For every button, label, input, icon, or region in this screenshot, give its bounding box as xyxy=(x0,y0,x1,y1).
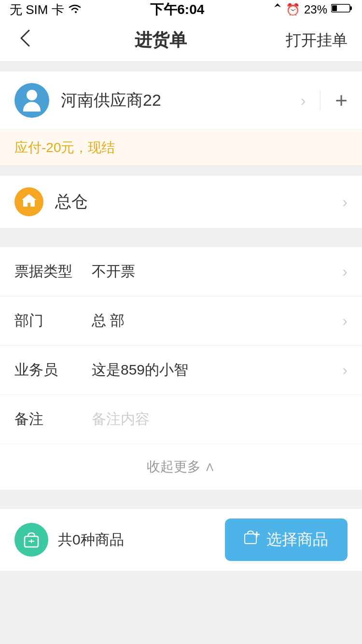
dept-label: 部门 xyxy=(14,311,77,331)
invoice-row[interactable]: 票据类型 不开票 › xyxy=(0,247,362,296)
alarm-icon: ⏰ xyxy=(286,3,300,16)
collapse-button[interactable]: 收起更多 ∧ xyxy=(0,444,362,490)
select-goods-label: 选择商品 xyxy=(266,529,328,550)
status-left: 无 SIM 卡 xyxy=(10,1,82,18)
section-gap-3 xyxy=(0,228,362,238)
sim-label: 无 SIM 卡 xyxy=(10,1,64,18)
add-supplier-button[interactable]: + xyxy=(335,90,348,111)
invoice-label: 票据类型 xyxy=(14,262,77,281)
supplier-name: 河南供应商22 xyxy=(61,89,301,112)
warehouse-section[interactable]: 总仓 › xyxy=(0,176,362,228)
remark-row[interactable]: 备注 备注内容 xyxy=(0,395,362,444)
warehouse-row[interactable]: 总仓 › xyxy=(0,176,362,228)
divider xyxy=(320,91,320,110)
section-gap-1 xyxy=(0,62,362,71)
bottom-bar: 共0种商品 选择商品 xyxy=(0,509,362,571)
remark-input[interactable]: 备注内容 xyxy=(77,409,348,429)
location-icon xyxy=(273,3,282,16)
supplier-avatar xyxy=(14,83,49,118)
dept-row[interactable]: 部门 总 部 › xyxy=(0,296,362,346)
svg-rect-1 xyxy=(350,6,352,10)
invoice-value: 不开票 xyxy=(77,262,342,281)
dept-chevron-icon: › xyxy=(342,312,348,330)
sales-label: 业务员 xyxy=(14,360,77,380)
status-time: 下午6:04 xyxy=(150,0,204,19)
sales-chevron-icon: › xyxy=(342,361,348,379)
supplier-row[interactable]: 河南供应商22 › + xyxy=(0,71,362,130)
svg-rect-6 xyxy=(245,534,256,544)
house-icon xyxy=(21,192,37,212)
wifi-icon xyxy=(68,2,82,17)
select-goods-button[interactable]: 选择商品 xyxy=(225,518,348,561)
sales-row[interactable]: 业务员 这是859的小智 › xyxy=(0,346,362,395)
supplier-section: 河南供应商22 › + 应付-20元，现结 xyxy=(0,71,362,166)
dept-value: 总 部 xyxy=(77,311,342,331)
select-goods-icon xyxy=(244,531,261,549)
supplier-row-right: › + xyxy=(301,90,348,111)
battery-text: 23% xyxy=(304,3,327,16)
sales-value: 这是859的小智 xyxy=(77,360,342,380)
status-bar: 无 SIM 卡 下午6:04 ⏰ 23% xyxy=(0,0,362,19)
notice-bar: 应付-20元，现结 xyxy=(0,130,362,166)
product-count: 共0种商品 xyxy=(58,530,215,550)
warehouse-icon xyxy=(14,187,43,216)
section-gap-2 xyxy=(0,166,362,176)
open-pending-button[interactable]: 打开挂单 xyxy=(286,30,348,51)
remark-label: 备注 xyxy=(14,409,77,429)
status-right: ⏰ 23% xyxy=(273,3,352,16)
warehouse-name: 总仓 xyxy=(55,191,342,213)
section-gap-4 xyxy=(0,490,362,499)
nav-bar: 进货单 打开挂单 xyxy=(0,19,362,62)
back-button[interactable] xyxy=(14,24,36,57)
invoice-chevron-icon: › xyxy=(342,263,348,280)
battery-icon xyxy=(331,3,352,16)
form-section: 票据类型 不开票 › 部门 总 部 › 业务员 这是859的小智 › 备注 备注… xyxy=(0,247,362,444)
page-title: 进货单 xyxy=(135,28,187,52)
product-icon xyxy=(14,523,48,557)
chevron-icon: › xyxy=(301,92,306,110)
avatar-body xyxy=(23,102,41,112)
svg-rect-2 xyxy=(332,5,337,11)
avatar-head xyxy=(27,90,37,100)
warehouse-chevron-icon: › xyxy=(342,193,348,211)
